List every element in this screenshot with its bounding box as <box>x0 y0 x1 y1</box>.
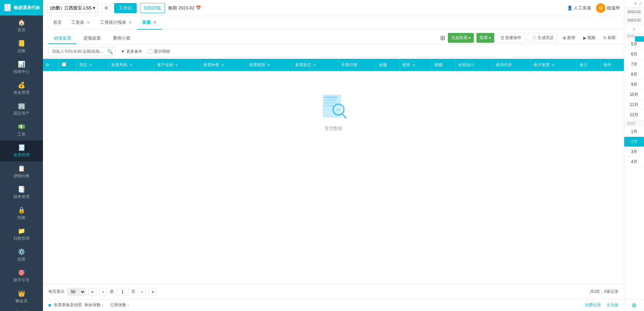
more-filter-btn[interactable]: ▼ 更多条件 <box>118 47 145 56</box>
go-record-link[interactable]: 去充值 <box>606 302 618 308</box>
page-label: 第 <box>110 289 114 295</box>
check-dot <box>48 304 51 307</box>
dropdown-icon: ▾ <box>93 5 95 10</box>
tab-invoice[interactable]: 发票 ✕ <box>137 16 162 30</box>
page-input[interactable] <box>117 288 129 296</box>
search-input[interactable] <box>48 47 116 56</box>
customer-sort-icon[interactable]: ⇅ <box>175 63 178 67</box>
tab-salary-table-close[interactable]: ✕ <box>86 20 91 25</box>
tax-rate-sort-icon[interactable]: ⇅ <box>413 63 415 67</box>
sidebar-item-close[interactable]: 🔒 结账 <box>0 203 43 224</box>
show-detail-label[interactable]: 显示明细 <box>148 49 170 54</box>
date-item-2023-02-a[interactable]: 2023.02 <box>624 8 644 16</box>
sidebar-item-assets[interactable]: 🏢 固定资产 <box>0 99 43 120</box>
new-btn[interactable]: ⊕ 新增 <box>560 33 578 42</box>
scroll-up-btn[interactable]: ▲ <box>624 25 644 33</box>
month-3[interactable]: 3月 <box>624 147 644 157</box>
ticket-btn[interactable]: 取票 ▾ <box>476 33 494 43</box>
sidebar-item-home[interactable]: 🏠 首页 <box>0 15 43 36</box>
month-10[interactable]: 10月 <box>624 90 644 100</box>
first-page-btn[interactable]: « <box>88 288 96 296</box>
tab-home[interactable]: 首页 <box>48 16 66 30</box>
sidebar-item-funds[interactable]: 💰 资金管理 <box>0 78 43 99</box>
sidebar-item-member[interactable]: 👑 畅会员 <box>0 286 43 307</box>
month-2-active[interactable]: 2月 <box>624 137 644 147</box>
sidebar-item-ledger[interactable]: 📒 总账 <box>0 36 43 57</box>
sidebar-item-reports[interactable]: 📊 报表中心 <box>0 57 43 78</box>
sub-tab-purchase-invoice[interactable]: 进项发票 <box>78 33 106 44</box>
gen-voucher-btn[interactable]: 📄 生成凭证 <box>528 33 557 43</box>
last-page-btn[interactable]: » <box>149 288 157 296</box>
sidebar-item-invoice[interactable]: 🧾 发票管理 <box>0 141 43 161</box>
add-record-link[interactable]: 扣费记录 <box>585 302 601 308</box>
sidebar-logo: 🧾 畅捷通易代账 <box>0 0 43 15</box>
batch-ops-btn[interactable]: ☰ 批量操作 <box>497 33 525 43</box>
col-action: 操作 <box>600 59 624 71</box>
month-6[interactable]: 6月 <box>624 49 644 60</box>
month-11[interactable]: 11月 <box>624 100 644 110</box>
month-12[interactable]: 12月 <box>624 110 644 120</box>
month-8[interactable]: 8月 <box>624 70 644 80</box>
prev-page-btn[interactable]: ‹ <box>99 288 107 296</box>
e-invoice-sort-icon[interactable]: ⇅ <box>552 63 554 67</box>
per-page-select[interactable]: 50 10 20 100 <box>67 288 86 296</box>
period-label: 账期 <box>168 5 177 11</box>
sidebar-item-label: 新手引导 <box>13 277 30 283</box>
sub-tab-expense-receipt[interactable]: 费用小票 <box>107 33 136 44</box>
service-btn[interactable]: 👤 人工客服 <box>567 5 591 11</box>
refresh-btn[interactable]: ↻ 刷新 <box>601 33 618 42</box>
date-item-2023-02-b[interactable]: 2023.02 <box>624 16 644 25</box>
invoice-type-sort-icon[interactable]: ⇅ <box>221 63 224 67</box>
open-period-btn[interactable]: 开账日期 <box>635 36 644 42</box>
select-all-checkbox[interactable] <box>62 62 66 67</box>
right-panel-close-btn[interactable]: ✕ <box>634 1 637 6</box>
video-label: 视频 <box>587 35 595 41</box>
switch-version-btn[interactable]: 切到旧版 <box>140 3 165 13</box>
col-amount: 金额 <box>376 59 400 71</box>
tab-invoice-close[interactable]: ✕ <box>152 20 157 25</box>
footer-bar: 发票查验及拍照 剩余张数： 已用张数： 扣费记录 去充值 <box>43 299 624 311</box>
col-settings[interactable]: ⚙ <box>43 59 59 71</box>
filter-icon: ▼ <box>121 49 125 54</box>
grid-layout-icon[interactable]: ⊞ <box>440 34 445 42</box>
used-label: 已用张数： <box>110 302 130 308</box>
voucher-sort-icon[interactable]: ⇅ <box>89 63 92 67</box>
no-ticket-btn[interactable]: 无血取票 ▾ <box>448 33 474 43</box>
tab-salary-table[interactable]: 工资表 ✕ <box>66 16 95 30</box>
ticket-dropdown-icon: ▾ <box>489 36 491 40</box>
month-9[interactable]: 9月 <box>624 80 644 90</box>
next-page-btn[interactable]: › <box>138 288 146 296</box>
search-wrap: 🔍 <box>48 47 116 56</box>
col-e-invoice: 电子发票 ⇅ <box>531 59 577 71</box>
show-detail-checkbox[interactable] <box>148 49 152 54</box>
funds-icon: 💰 <box>18 81 25 89</box>
user-menu[interactable]: 徐 徐溢华 <box>596 3 620 13</box>
no-ticket-dropdown-icon: ▾ <box>468 36 470 40</box>
invoice-status-sort-icon[interactable]: ⇅ <box>313 63 316 67</box>
sidebar-item-archive[interactable]: 📁 归档管理 <box>0 224 43 245</box>
invoice-category-sort-icon[interactable]: ⇅ <box>267 63 270 67</box>
workbench-btn[interactable]: 工作台 <box>114 3 137 13</box>
sidebar-item-settings[interactable]: ⚙️ 设置 <box>0 245 43 266</box>
month-4[interactable]: 4月 <box>624 157 644 167</box>
company-selector[interactable]: (勿删）江西股宝-LSS ▾ <box>47 3 98 13</box>
page-suffix: 页 <box>131 289 135 295</box>
video-btn[interactable]: ▶ 视频 <box>581 33 598 42</box>
sidebar-item-tax[interactable]: 📑 税务管理 <box>0 182 43 203</box>
sub-tab-sales-invoice[interactable]: 销项发票 <box>48 33 77 44</box>
sidebar-item-sales[interactable]: 📋 进销台账 <box>0 161 43 182</box>
sidebar-item-salary[interactable]: 💵 工资 <box>0 120 43 141</box>
invoice-no-sort-icon[interactable]: ⇅ <box>130 63 132 67</box>
right-panel-expand-btn[interactable]: ⤢ <box>639 1 642 6</box>
month-7[interactable]: 7月 <box>624 60 644 70</box>
col-checkbox[interactable] <box>59 59 76 71</box>
col-voucher: 凭证 ⇅ <box>76 59 108 71</box>
copy-company-btn[interactable]: ⧉ <box>102 4 111 12</box>
sidebar-item-guide[interactable]: 🎯 新手引导 <box>0 266 43 286</box>
month-1[interactable]: 1月 <box>624 127 644 137</box>
scroll-down-btn[interactable]: ⊕ <box>632 302 637 309</box>
tab-salary-stats-close[interactable]: ✕ <box>128 20 133 25</box>
sidebar-pin-btn[interactable]: ◀ 取消固定 <box>0 307 43 311</box>
tab-salary-stats[interactable]: 工资统计报表 ✕ <box>95 16 137 30</box>
topbar-right: 👤 人工客服 徐 徐溢华 <box>567 3 620 13</box>
